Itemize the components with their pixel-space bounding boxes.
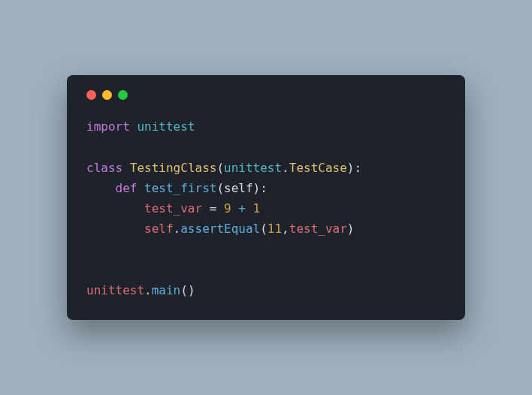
close-icon[interactable] (86, 90, 96, 100)
module-name: unittest (137, 119, 195, 134)
code-block: import unittest class TestingClass(unitt… (86, 116, 446, 300)
operator-assign: = (210, 201, 217, 216)
number-literal: 9 (224, 201, 231, 216)
param-self: self (224, 181, 253, 195)
function-call: main (152, 283, 181, 297)
comma: , (282, 222, 289, 236)
base-class: TestCase (289, 161, 347, 175)
keyword-class: class (86, 161, 122, 175)
number-literal: 11 (268, 222, 282, 236)
dot: . (144, 283, 152, 297)
self-ref: self (144, 222, 174, 236)
window-controls (86, 90, 446, 100)
class-name: TestingClass (130, 161, 217, 175)
keyword-import: import (86, 119, 130, 134)
method-name: assertEqual (180, 222, 260, 236)
minimize-icon[interactable] (102, 90, 112, 100)
dot: . (174, 222, 181, 236)
paren-close: ) (188, 283, 195, 297)
base-module: unittest (224, 161, 282, 175)
dot: . (282, 161, 289, 175)
keyword-def: def (116, 181, 138, 195)
function-name: test_first (144, 181, 216, 195)
paren-open: ( (260, 222, 268, 236)
code-window: import unittest class TestingClass(unitt… (67, 75, 465, 320)
paren-open: ( (180, 283, 188, 297)
number-literal: 1 (253, 201, 261, 216)
module-ref: unittest (86, 283, 144, 297)
operator-plus: + (238, 201, 246, 216)
paren-close: ) (347, 222, 355, 236)
paren-close-colon: ): (253, 181, 268, 195)
paren-open: ( (216, 161, 224, 175)
paren-close-colon: ): (347, 161, 361, 175)
zoom-icon[interactable] (118, 90, 128, 100)
variable-ref: test_var (289, 222, 347, 236)
paren-open: ( (216, 181, 224, 195)
variable-name: test_var (144, 201, 202, 216)
